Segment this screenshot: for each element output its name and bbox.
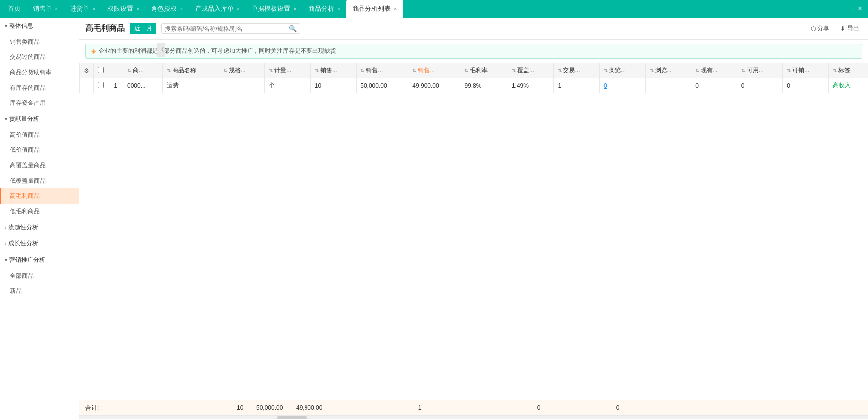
footer-label: 合计: xyxy=(85,404,99,412)
tab-analysis[interactable]: 商品分析 × xyxy=(303,0,346,18)
sidebar-group-trend[interactable]: › 流趋性分析 xyxy=(0,219,79,235)
cell-settings xyxy=(80,78,94,93)
sort-icon[interactable]: ⇅ xyxy=(360,68,364,73)
sort-icon[interactable]: ⇅ xyxy=(223,68,227,73)
sidebar-item-high-coverage[interactable]: 高覆盖量商品 xyxy=(0,158,79,173)
sidebar-group-marketing[interactable]: ▾ 营销推广分析 xyxy=(0,252,79,268)
sort-icon[interactable]: ⇅ xyxy=(167,68,171,73)
horizontal-scrollbar[interactable] xyxy=(79,415,868,419)
col-view1: ⇅ 浏览... xyxy=(600,63,646,78)
sort-icon[interactable]: ⇅ xyxy=(315,68,319,73)
sort-icon[interactable]: ⇅ xyxy=(269,68,273,73)
col-view2: ⇅ 浏览... xyxy=(645,63,691,78)
cell-view1[interactable]: 0 xyxy=(600,78,646,93)
sidebar-item-stock-goods[interactable]: 有库存的商品 xyxy=(0,80,79,95)
close-tab-purchase[interactable]: × xyxy=(92,6,95,12)
cell-num: 1 xyxy=(108,78,123,93)
arrow-icon: ▾ xyxy=(5,23,7,29)
sidebar-item-traded-goods[interactable]: 交易过的商品 xyxy=(0,49,79,65)
sidebar-group-overview[interactable]: ▾ 整体信息 xyxy=(0,18,79,34)
tab-analysis-list[interactable]: 商品分析列表 × xyxy=(346,0,403,18)
sidebar-collapse-button[interactable]: 《 xyxy=(157,43,165,57)
col-settings[interactable]: ⚙ xyxy=(80,63,94,78)
sidebar-item-all-goods[interactable]: 全部商品 xyxy=(0,268,79,283)
sort-icon[interactable]: ⇅ xyxy=(464,68,468,73)
close-tab-product-stock[interactable]: × xyxy=(237,6,240,12)
info-banner: ◈ 企业的主要的利润都是这部分商品创造的，可考虑加大推广，同时关注库存是不要出现… xyxy=(85,44,862,59)
tab-permission[interactable]: 权限设置 × xyxy=(102,0,145,18)
sidebar-item-stock-capital[interactable]: 库存资金占用 xyxy=(0,95,79,111)
top-navigation: 首页 销售单 × 进货单 × 权限设置 × 角色授权 × 产成品入库单 × 单据… xyxy=(0,0,868,18)
sort-icon[interactable]: ⇅ xyxy=(787,68,791,73)
export-button[interactable]: ⬇ 导出 xyxy=(837,23,862,34)
col-spec: ⇅ 规格... xyxy=(219,63,265,78)
sidebar-item-distribution-rate[interactable]: 商品分货助销率 xyxy=(0,65,79,80)
tab-product-stock[interactable]: 产成品入库单 × xyxy=(189,0,246,18)
arrow-icon: ▾ xyxy=(5,257,7,263)
tab-role[interactable]: 角色授权 × xyxy=(145,0,189,18)
sort-icon[interactable]: ⇅ xyxy=(127,68,131,73)
cell-stock-sale: 0 xyxy=(783,78,829,93)
select-all-checkbox[interactable] xyxy=(98,67,104,73)
col-stock-avail: ⇅ 可用... xyxy=(737,63,783,78)
cell-tag: 高收入 xyxy=(828,78,868,93)
tab-sales[interactable]: 销售单 × xyxy=(27,0,64,18)
share-button[interactable]: ⬡ 分享 xyxy=(808,23,832,34)
close-tab-template[interactable]: × xyxy=(293,6,296,12)
close-tab-analysis[interactable]: × xyxy=(337,6,340,12)
close-all-tabs[interactable]: × xyxy=(854,4,866,13)
col-sales-amount: ⇅ 销售... xyxy=(357,63,408,78)
sidebar-item-low-margin[interactable]: 低毛利商品 xyxy=(0,204,79,219)
row-checkbox[interactable] xyxy=(98,82,104,88)
col-sales-cost: ⇅ 销售... xyxy=(408,63,460,78)
sort-icon[interactable]: ⇅ xyxy=(833,68,837,73)
tab-purchase[interactable]: 进货单 × xyxy=(64,0,101,18)
filter-recent-month[interactable]: 近一月 xyxy=(130,23,156,34)
sort-icon[interactable]: ⇅ xyxy=(650,68,654,73)
cell-sales-cost: 49,900.00 xyxy=(408,78,460,93)
footer-stock-now: 0 xyxy=(505,403,544,412)
footer-sales-cost: 49,900.00 xyxy=(287,403,326,412)
search-box: 🔍 xyxy=(161,23,300,34)
cell-stock-now: 0 xyxy=(691,78,737,93)
sidebar-group-growth[interactable]: › 成长性分析 xyxy=(0,235,79,252)
cell-sku-code: 0000... xyxy=(123,78,163,93)
page-title: 高毛利商品 xyxy=(85,23,125,34)
table-wrapper[interactable]: ⚙ ⇅ 商... xyxy=(79,63,868,400)
tab-home[interactable]: 首页 xyxy=(2,0,27,18)
sidebar-item-high-margin[interactable]: 高毛利商品 xyxy=(0,188,79,204)
sidebar-item-high-value[interactable]: 高价值商品 xyxy=(0,127,79,142)
sidebar-item-low-coverage[interactable]: 低覆盖量商品 xyxy=(0,173,79,188)
arrow-icon: › xyxy=(5,225,6,230)
sidebar: ▾ 整体信息 销售类商品 交易过的商品 商品分货助销率 有库存的商品 库存资金占… xyxy=(0,18,79,419)
footer-spacer3 xyxy=(544,403,584,412)
sidebar-item-new-goods[interactable]: 新品 xyxy=(0,283,79,299)
data-table: ⚙ ⇅ 商... xyxy=(79,63,868,93)
cell-sales-qty: 10 xyxy=(310,78,357,93)
search-icon[interactable]: 🔍 xyxy=(289,25,297,32)
cell-spec xyxy=(219,78,265,93)
col-stock-sale: ⇅ 可销... xyxy=(783,63,829,78)
sort-icon[interactable]: ⇅ xyxy=(412,68,416,73)
sort-icon[interactable]: ⇅ xyxy=(741,68,745,73)
sort-icon[interactable]: ⇅ xyxy=(695,68,699,73)
close-tab-role[interactable]: × xyxy=(180,6,183,12)
col-tag: ⇅ 标签 xyxy=(828,63,868,78)
sort-icon[interactable]: ⇅ xyxy=(558,68,562,73)
sidebar-item-low-value[interactable]: 低价值商品 xyxy=(0,142,79,158)
sidebar-group-contribution[interactable]: ▾ 贡献量分析 xyxy=(0,111,79,127)
col-stock-now: ⇅ 现有... xyxy=(691,63,737,78)
export-icon: ⬇ xyxy=(840,25,845,32)
close-tab-analysis-list[interactable]: × xyxy=(394,6,397,12)
sort-icon[interactable]: ⇅ xyxy=(604,68,608,73)
tab-template[interactable]: 单据模板设置 × xyxy=(246,0,302,18)
footer-sales-amount: 50,000.00 xyxy=(247,403,287,412)
close-tab-permission[interactable]: × xyxy=(136,6,139,12)
sort-icon[interactable]: ⇅ xyxy=(512,68,516,73)
sidebar-item-sales-goods[interactable]: 销售类商品 xyxy=(0,34,79,49)
cell-sku-name: 运费 xyxy=(163,78,219,93)
search-input[interactable] xyxy=(165,25,289,32)
close-tab-sales[interactable]: × xyxy=(55,6,58,12)
col-sku-code: ⇅ 商... xyxy=(123,63,163,78)
header-actions: ⬡ 分享 ⬇ 导出 xyxy=(808,23,862,34)
